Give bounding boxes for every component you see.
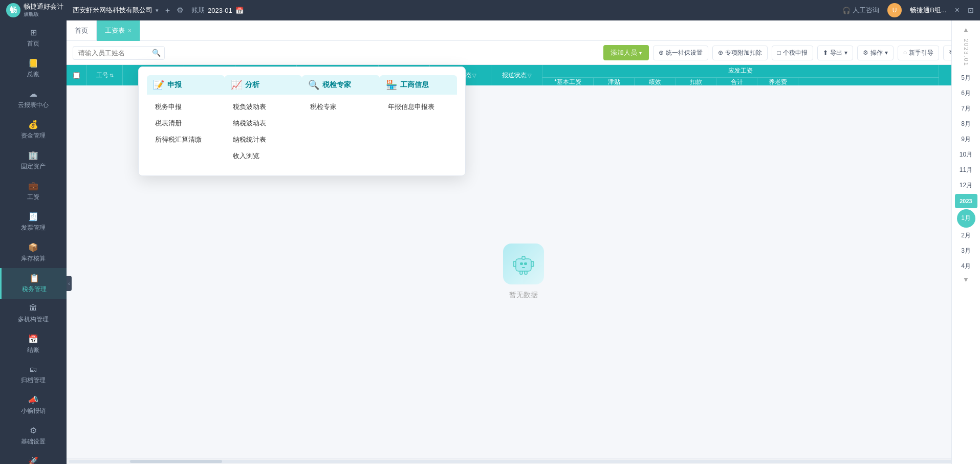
tax-return-btn[interactable]: □ 个税申报 [772, 46, 813, 60]
sidebar-item-close[interactable]: 📅 结账 [0, 329, 67, 360]
dropdown-item-tax-table[interactable]: 税表清册 [147, 115, 225, 131]
sort-icon: ⇅ [110, 73, 114, 78]
sidebar-item-salary[interactable]: 💼 工资 [0, 176, 67, 207]
date-month-6[interactable]: 6月 [956, 86, 976, 101]
restore-window-icon[interactable]: ⊡ [968, 6, 974, 14]
main-content: 首页 工资表 × 🔍 添加人员 ▾ ⊕ 统一社保设置 [67, 20, 980, 464]
main-layout: ⊞ 首页 📒 总账 ☁ 云报表中心 💰 资金管理 🏢 固定资产 💼 工资 🧾 发… [0, 20, 980, 464]
dropdown-item-income-browse[interactable]: 收入浏览 [225, 148, 302, 164]
date-panel: ▲ 2023.01 5月 6月 7月 8月 9月 10月 11月 12月 202… [951, 20, 980, 464]
export-btn[interactable]: ⬆ 导出 ▾ [817, 46, 853, 60]
payroll-sub-headers: *基本工资 津贴 绩效 扣款 合计 养老费 [542, 78, 939, 86]
guide-btn[interactable]: ○ 新手引导 [898, 46, 939, 60]
dropdown-item-tax-declaration[interactable]: 税务申报 [147, 99, 225, 115]
bottom-scrollbar[interactable] [67, 458, 980, 464]
svg-rect-8 [520, 271, 522, 274]
operation-btn[interactable]: ⚙ 操作 ▾ [857, 46, 894, 60]
settings-icon[interactable]: ⚙ [177, 6, 183, 15]
dropdown-col-header-biz-info: 🏪 工商信息 [380, 75, 458, 95]
inventory-icon: 📦 [28, 242, 38, 252]
tax-expert-title: 税检专家 [322, 80, 351, 90]
toolbar: 🔍 添加人员 ▾ ⊕ 统一社保设置 ⊕ 专项附加扣除 □ 个税申报 [67, 41, 980, 65]
sidebar-item-settings[interactable]: ⚙ 基础设置 [0, 421, 67, 451]
scroll-thumb[interactable] [130, 460, 222, 463]
special-deduction-btn[interactable]: ⊕ 专项附加扣除 [712, 46, 768, 60]
add-person-button[interactable]: 添加人员 ▾ [603, 45, 649, 60]
close-window-icon[interactable]: × [955, 6, 960, 15]
th-subsidy: 津贴 [594, 78, 635, 86]
tab-salary-table[interactable]: 工资表 × [97, 20, 140, 41]
sidebar-item-asset[interactable]: 🏢 固定资产 [0, 145, 67, 176]
dropdown-item-tax-stats[interactable]: 纳税统计表 [225, 131, 302, 148]
search-input[interactable] [73, 46, 165, 60]
date-month-5[interactable]: 5月 [956, 71, 976, 85]
dropdown-item-tax-burden[interactable]: 税负波动表 [225, 99, 302, 115]
app-name: 畅捷通好会计 [24, 3, 63, 11]
date-month-8[interactable]: 8月 [956, 117, 976, 131]
date-scroll-up[interactable]: ▲ [957, 25, 975, 35]
sidebar-item-ledger[interactable]: 📒 总账 [0, 53, 67, 84]
sidebar-item-multi-org[interactable]: 🏛 多机构管理 [0, 299, 67, 329]
sidebar-item-label: 库存核算 [21, 254, 46, 263]
tab-home[interactable]: 首页 [67, 20, 97, 41]
date-month-4[interactable]: 4月 [956, 259, 976, 274]
dropdown-item-annual-report[interactable]: 年报信息申报表 [380, 99, 458, 115]
th-num-label: 工号 [96, 71, 108, 80]
period-label: 账期 [191, 6, 205, 15]
sidebar-item-label: 结账 [27, 346, 39, 355]
date-month-12[interactable]: 12月 [956, 179, 976, 193]
dropdown-arrow-icon: ▾ [639, 50, 642, 56]
sidebar-item-home[interactable]: ⊞ 首页 [0, 23, 67, 53]
date-month-9[interactable]: 9月 [956, 132, 976, 147]
service-button[interactable]: 🎧 人工咨询 [842, 6, 879, 15]
invoice-icon: 🧾 [28, 212, 38, 222]
dropdown-col-items-biz-info: 年报信息申报表 [380, 96, 458, 118]
sidebar-item-fund[interactable]: 💰 资金管理 [0, 115, 67, 145]
date-month-1[interactable]: 1月 [957, 209, 975, 228]
sidebar-item-report[interactable]: ☁ 云报表中心 [0, 84, 67, 115]
date-month-3[interactable]: 3月 [956, 244, 976, 258]
operation-label: 操作 [870, 49, 883, 57]
dropdown-item-tax-payment[interactable]: 纳税波动表 [225, 115, 302, 131]
svg-rect-1 [520, 262, 523, 265]
special-icon: ⊕ [718, 49, 723, 56]
calendar-icon[interactable]: 📅 [235, 7, 244, 14]
dropdown-item-income-tax[interactable]: 所得税汇算清缴 [147, 131, 225, 148]
date-month-7[interactable]: 7月 [956, 102, 976, 116]
filter-icon[interactable]: ▽ [528, 73, 532, 78]
th-perf: 绩效 [635, 78, 676, 86]
chevron-down-icon: ▾ [156, 7, 159, 14]
date-month-10[interactable]: 10月 [956, 148, 976, 162]
add-icon[interactable]: ＋ [164, 6, 171, 15]
social-insurance-btn[interactable]: ⊕ 统一社保设置 [653, 46, 708, 60]
sidebar-item-label: 工资 [27, 193, 39, 202]
settings-gear-icon: ⚙ [30, 426, 37, 435]
tab-close-icon[interactable]: × [128, 27, 132, 34]
svg-rect-6 [513, 261, 516, 267]
user-name[interactable]: 畅捷通B组... [910, 6, 947, 15]
dropdown-item-tax-check[interactable]: 税检专家 [302, 99, 380, 115]
sidebar-item-label: 多机构管理 [18, 315, 49, 324]
export-arrow-icon: ▾ [844, 49, 847, 56]
dropdown-col-header-tax-expert: 🔍 税检专家 [302, 75, 380, 95]
date-month-2[interactable]: 2月 [956, 229, 976, 243]
select-all-checkbox[interactable] [73, 72, 80, 79]
sidebar-item-invoice[interactable]: 🧾 发票管理 [0, 207, 67, 237]
dropdown-grid: 📝 申报 税务申报 税表清册 所得税汇算清缴 📈 分析 [147, 75, 457, 167]
date-month-11[interactable]: 11月 [956, 163, 976, 178]
sidebar-expand-btn[interactable]: ‹ [67, 276, 72, 291]
sidebar-item-xiaochang[interactable]: 📣 小畅报销 [0, 390, 67, 421]
dropdown-col-header-analysis: 📈 分析 [225, 75, 302, 95]
company-selector[interactable]: 西安虾米网络科技有限公司 ▾ [73, 6, 159, 15]
sidebar-item-inventory[interactable]: 📦 库存核算 [0, 237, 67, 268]
sidebar-item-label: 小畅报销 [21, 407, 46, 415]
sidebar-item-label: 税务管理 [22, 285, 47, 294]
tax-icon: 📋 [29, 273, 39, 283]
sidebar-item-guide[interactable]: 🚀 新手引导 [0, 451, 67, 464]
sidebar-item-tax[interactable]: 📋 税务管理 ‹ [0, 268, 67, 299]
filter-icon[interactable]: ▽ [472, 73, 476, 78]
th-basic: *基本工资 [542, 78, 594, 86]
home-icon: ⊞ [30, 28, 37, 37]
date-scroll-down[interactable]: ▼ [957, 274, 975, 284]
sidebar-item-archive[interactable]: 🗂 归档管理 [0, 360, 67, 390]
